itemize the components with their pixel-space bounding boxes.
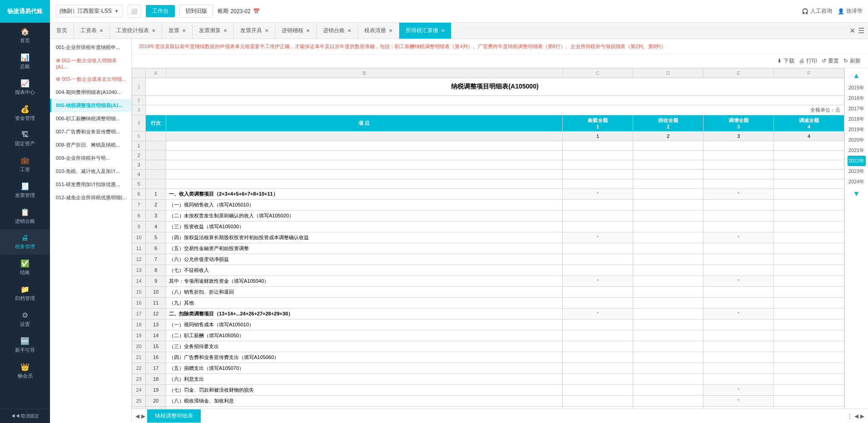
cell-6-3[interactable]: * — [703, 188, 774, 199]
cell-26-4[interactable] — [774, 406, 844, 408]
year-btn-2022年[interactable]: 2022年 — [848, 156, 866, 166]
cell-19-4[interactable] — [774, 330, 844, 341]
cell-15-2[interactable] — [633, 286, 703, 297]
cell-10-1[interactable]: * — [562, 232, 633, 243]
scroll-left-icon[interactable]: ◀ — [854, 413, 858, 419]
cell-1-3[interactable] — [703, 141, 774, 150]
cell-7-3[interactable] — [703, 199, 774, 210]
tab-close-input-ledger[interactable]: ✕ — [347, 28, 351, 33]
cell-24-3[interactable]: * — [703, 384, 774, 395]
cell-7-4[interactable] — [774, 199, 844, 210]
tab-close-income-tax[interactable]: ✕ — [441, 28, 445, 33]
cell-25-3[interactable]: * — [703, 395, 774, 406]
left-menu-item-006[interactable]: 006-职工薪酬纳税调整明细... — [50, 112, 131, 125]
cell-19-3[interactable] — [703, 330, 774, 341]
cell-26-3[interactable] — [703, 406, 774, 408]
year-btn-2023年[interactable]: 2023年 — [848, 166, 866, 177]
print-button[interactable]: 🖨 打印 — [799, 57, 817, 65]
cell-11-2[interactable] — [633, 243, 703, 254]
year-btn-2019年[interactable]: 2019年 — [848, 124, 866, 135]
left-menu-item-007[interactable]: 007-广告费和业务宣传费明... — [50, 125, 131, 138]
year-down-icon[interactable]: ▼ — [851, 188, 862, 200]
cell-14-3[interactable]: * — [703, 275, 774, 286]
left-menu-item-008[interactable]: 008-资产折旧、摊销及纳税... — [50, 138, 131, 152]
tab-home[interactable]: 首页 — [50, 23, 74, 39]
cell-6-2[interactable] — [633, 188, 703, 199]
cell-12-4[interactable] — [774, 254, 844, 265]
cell-25-1[interactable] — [562, 395, 633, 406]
cell-10-3[interactable]: * — [703, 232, 774, 243]
cell-21-4[interactable] — [774, 352, 844, 363]
tab-close-payroll-report[interactable]: ✕ — [152, 28, 155, 33]
cell-8-4[interactable] — [774, 210, 844, 221]
tab-close-invoice-calc[interactable]: ✕ — [223, 28, 227, 33]
sidebar-item-new-guide[interactable]: 🆕新手引导 — [0, 332, 50, 358]
cell-4-2[interactable] — [633, 169, 703, 179]
tab-invoice[interactable]: 发票✕ — [162, 23, 193, 39]
cell-8-2[interactable] — [633, 210, 703, 221]
cell-1-2[interactable] — [633, 141, 703, 150]
cell-14-1[interactable]: * — [562, 275, 633, 286]
sidebar-item-settlement[interactable]: ✅结账 — [0, 255, 50, 280]
tab-input-ledger[interactable]: 进销台账✕ — [317, 23, 358, 39]
year-btn-2015年[interactable]: 2015年 — [848, 83, 866, 93]
cell-3-4[interactable] — [774, 160, 844, 169]
left-menu-item-009[interactable]: 009-企业所得税补亏明... — [50, 152, 131, 165]
year-btn-2020年[interactable]: 2020年 — [848, 135, 866, 145]
cell-11-3[interactable] — [703, 243, 774, 254]
workspace-button[interactable]: 工作台 — [146, 5, 175, 17]
sidebar-item-fixed-assets[interactable]: 🏗固定资产 — [0, 126, 50, 152]
cell-10-4[interactable] — [774, 232, 844, 243]
cell-4-4[interactable] — [774, 169, 844, 179]
cell-21-2[interactable] — [633, 352, 703, 363]
cell-13-3[interactable] — [703, 265, 774, 275]
sheet-tab-active[interactable]: 纳税调整明细表 — [147, 409, 201, 423]
cell-20-3[interactable] — [703, 341, 774, 352]
cell-20-2[interactable] — [633, 341, 703, 352]
tab-input-tax[interactable]: 进销稽核✕ — [275, 23, 317, 39]
sidebar-item-report[interactable]: 📈报表中心 — [0, 74, 50, 100]
cell-15-3[interactable] — [703, 286, 774, 297]
cell-2-4[interactable] — [774, 150, 844, 160]
left-menu-item-004[interactable]: 004-期间费用明细表(A1040... — [50, 86, 131, 99]
cell-23-4[interactable] — [774, 374, 844, 384]
sheet-right-nav[interactable]: ▶ — [141, 413, 145, 419]
user-menu[interactable]: 👤 徐泽华 — [838, 7, 863, 15]
sidebar-item-archive[interactable]: 📁归档管理 — [0, 280, 50, 306]
cell-9-4[interactable] — [774, 221, 844, 232]
sidebar-item-capital[interactable]: 💰资金管理 — [0, 100, 50, 126]
cell-23-1[interactable] — [562, 374, 633, 384]
cell-21-3[interactable] — [703, 352, 774, 363]
cell-13-1[interactable] — [562, 265, 633, 275]
cell-25-2[interactable] — [633, 395, 703, 406]
calendar-icon[interactable]: 📅 — [253, 8, 260, 15]
cell-9-3[interactable] — [703, 221, 774, 232]
cell-25-4[interactable] — [774, 395, 844, 406]
cell-23-2[interactable] — [633, 374, 703, 384]
cell-5-4[interactable] — [774, 179, 844, 188]
cell-9-2[interactable] — [633, 221, 703, 232]
close-all-icon[interactable]: ✕ — [849, 26, 855, 35]
tab-invoice-open[interactable]: 发票开具✕ — [234, 23, 275, 39]
cell-18-4[interactable] — [774, 319, 844, 330]
cell-13-4[interactable] — [774, 265, 844, 275]
cell-22-3[interactable] — [703, 363, 774, 374]
year-btn-2024年[interactable]: 2024年 — [848, 177, 866, 187]
cell-16-4[interactable] — [774, 297, 844, 308]
cell-8-3[interactable] — [703, 210, 774, 221]
left-menu-item-012[interactable]: 012-减免企业所得税优惠明细(... — [50, 191, 131, 204]
refresh-button[interactable]: ↻ 刷新 — [843, 57, 861, 65]
cell-13-2[interactable] — [633, 265, 703, 275]
left-menu-item-001[interactable]: 001-企业所得税年度纳税申... — [50, 41, 131, 54]
cell-8-1[interactable] — [562, 210, 633, 221]
tab-close-payroll[interactable]: ✕ — [99, 28, 103, 33]
year-btn-2021年[interactable]: 2021年 — [848, 145, 866, 156]
cell-17-3[interactable]: * — [703, 308, 774, 319]
cell-17-4[interactable] — [774, 308, 844, 319]
cell-20-1[interactable] — [562, 341, 633, 352]
cell-5-3[interactable] — [703, 179, 774, 188]
cell-6-1[interactable]: * — [562, 188, 633, 199]
left-menu-item-005[interactable]: 005-纳税调整项目明细表(A1... — [50, 99, 131, 112]
cell-11-1[interactable] — [562, 243, 633, 254]
service-button[interactable]: 🎧 人工咨询 — [802, 7, 832, 15]
